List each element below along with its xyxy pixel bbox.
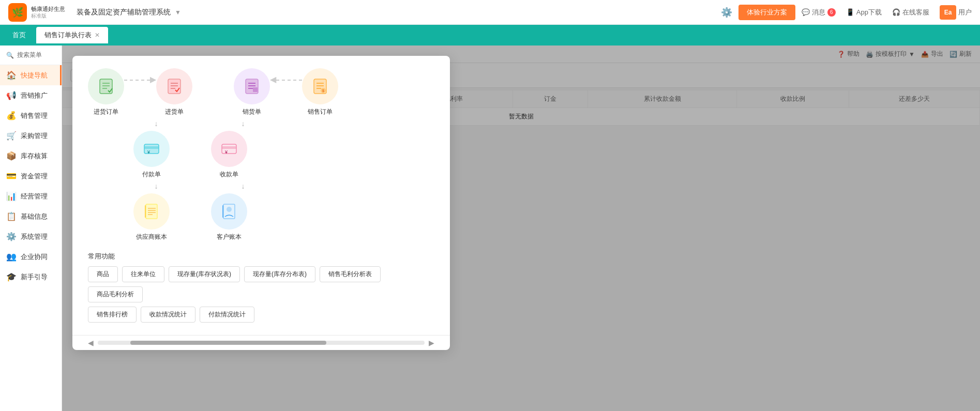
sidebar-item-newbie[interactable]: 🎓 新手引导 [0,267,62,287]
sidebar-item-finance[interactable]: 💳 资金管理 [0,166,62,186]
svg-rect-32 [222,205,223,218]
app-download-label: App下载 [856,8,882,17]
func-btn-payment-stats[interactable]: 付款情况统计 [200,307,254,323]
sidebar-item-marketing[interactable]: 📢 营销推广 [0,85,62,105]
sales-icon: 💰 [6,111,17,120]
tab-sales-order[interactable]: 销售订单执行表 ✕ [36,27,108,43]
sidebar-item-sales[interactable]: 💰 销售管理 [0,105,62,126]
func-btn-goods-profit[interactable]: 商品毛利分析 [88,286,143,302]
func-btn-stock-dist[interactable]: 现存量(库存分布表) [244,266,315,282]
flow-circle-teal: ¥ [133,131,170,167]
func-btn-sales-profit[interactable]: 销售毛利分析表 [320,266,381,282]
tab-home[interactable]: 首页 [4,27,34,43]
func-btn-stock-status[interactable]: 现存量(库存状况表) [169,266,240,282]
flow-fukuan-dan[interactable]: ¥ 付款单 [133,131,170,179]
flow-jinghuo-dingdan[interactable]: 进货订单 [88,68,124,116]
flow-circle-red [156,68,192,104]
modal-content: 进货订单 ▶ [72,56,450,335]
flow-label-kehu: 客户账本 [217,233,242,241]
flow-label-jinghuo-dingdan: 进货订单 [94,108,118,116]
tab-bar: 首页 销售订单执行表 ✕ [0,25,980,45]
flow-xiaohuo-dan[interactable]: 销货单 [234,68,270,116]
tab-close-icon[interactable]: ✕ [95,32,100,39]
logo-sub: 标准版 [31,12,65,19]
logo-name: 畅康通好生意 [31,5,65,12]
flow-arrows-row-2: ↓ ↓ [88,181,434,191]
sidebar-item-label: 系统管理 [21,232,48,241]
scroll-row: ◀ ▶ [72,335,450,350]
svg-rect-20 [144,146,159,149]
online-service-btn[interactable]: 🎧 在线客服 [892,8,929,17]
content-area: ❓ 帮助 🖨️ 按模板打印 ▼ 📤 导出 🔄 刷新 yyyy-mm-dd [62,45,980,411]
sidebar-item-label: 企业协同 [21,252,48,262]
svg-rect-12 [253,87,258,92]
flow-label-xiaoshou-dingdan: 销售订单 [308,108,333,116]
collab-icon: 👥 [6,252,17,262]
flow-circle-blue [211,193,247,230]
flow-xiaoshou-dingdan[interactable]: $ 销售订单 [302,68,338,116]
arrow-down-xiaohuo: ↓ [242,119,245,128]
app-download-btn[interactable]: 📱 App下载 [846,8,882,17]
flow-label-fukuan-dan: 付款单 [142,170,161,179]
flow-circle-amber [133,193,170,230]
experience-btn[interactable]: 体验行业方案 [738,5,795,20]
flow-row-1: 进货订单 ▶ [88,68,434,116]
avatar: Ea [940,5,956,20]
sidebar-item-quick-nav[interactable]: 🏠 快捷导航 [0,65,62,85]
sidebar-item-label: 资金管理 [21,172,48,181]
message-btn[interactable]: 💬 消息 6 [802,8,836,17]
svg-point-33 [227,207,232,212]
flow-label-shoukuan-dan: 收款单 [220,170,238,179]
svg-text:¥: ¥ [224,149,228,155]
sidebar-item-purchase[interactable]: 🛒 采购管理 [0,126,62,146]
flow-jinghuo-dan[interactable]: 进货单 [156,68,192,116]
system-title-dropdown[interactable]: ▼ [175,9,181,16]
common-functions: 常用功能 商品 往来单位 现存量(库存状况表) 现存量(库存分布表) 销售毛利分… [88,252,434,323]
system-title-area: 装备及固定资产辅助管理系统 ▼ [77,8,715,17]
func-btn-contacts[interactable]: 往来单位 [122,266,164,282]
message-label: 消息 [812,8,825,17]
flow-label-gongyingshang: 供应商账本 [136,233,167,241]
svg-rect-23 [222,146,236,149]
flow-gongyingshang-zhangben[interactable]: 供应商账本 [133,193,170,241]
sidebar-item-label: 库存核算 [21,151,48,161]
scroll-track[interactable] [98,341,425,345]
func-btn-receipt-stats[interactable]: 收款情况统计 [141,307,195,323]
arrow-down-fukuan: ↓ [155,182,158,190]
flow-kehu-zhangben[interactable]: 客户账本 [211,193,247,241]
svg-rect-26 [145,205,146,218]
operations-icon: 📊 [6,191,17,201]
message-badge: 6 [827,8,836,17]
sidebar-item-basic-info[interactable]: 📋 基础信息 [0,206,62,226]
top-header: 🌿 畅康通好生意 标准版 装备及固定资产辅助管理系统 ▼ ⚙️ 体验行业方案 💬… [0,0,980,25]
sidebar-item-inventory[interactable]: 📦 库存核算 [0,146,62,166]
download-icon: 📱 [846,8,854,16]
svg-text:¥: ¥ [147,149,150,155]
system-icon: ⚙️ [6,232,17,241]
online-service-label: 在线客服 [902,8,929,17]
user-menu[interactable]: Ea 用户 [940,5,972,20]
common-title: 常用功能 [88,252,434,261]
sidebar-item-label: 快捷导航 [21,71,48,80]
message-icon: 💬 [802,8,810,16]
settings-icon-btn[interactable]: ⚙️ [721,7,732,18]
modal-overlay: 进货订单 ▶ [62,45,980,411]
sidebar-item-label: 营销推广 [21,91,48,100]
sidebar-item-operations[interactable]: 📊 经营管理 [0,186,62,206]
sidebar-item-collab[interactable]: 👥 企业协同 [0,247,62,267]
scroll-left-btn[interactable]: ◀ [88,339,94,347]
sidebar-item-label: 采购管理 [21,131,48,141]
scroll-right-btn[interactable]: ▶ [429,339,434,347]
func-btn-goods[interactable]: 商品 [88,266,118,282]
sidebar-item-label: 新手引导 [21,272,48,282]
sidebar: 🔍 搜索菜单 🏠 快捷导航 📢 营销推广 💰 销售管理 🛒 采购管理 📦 库存核… [0,45,62,411]
func-btn-sales-ranking[interactable]: 销售排行榜 [88,307,137,323]
header-right: 💬 消息 6 📱 App下载 🎧 在线客服 Ea 用户 [802,5,972,20]
search-menu[interactable]: 🔍 搜索菜单 [0,45,62,65]
flow-shoukuan-dan[interactable]: ¥ 收款单 [211,131,247,179]
sidebar-item-system[interactable]: ⚙️ 系统管理 [0,226,62,247]
user-label: 用户 [958,8,972,17]
search-icon: 🔍 [6,52,14,59]
flow-row-2: ¥ 付款单 ¥ [88,131,434,179]
marketing-icon: 📢 [6,90,17,100]
